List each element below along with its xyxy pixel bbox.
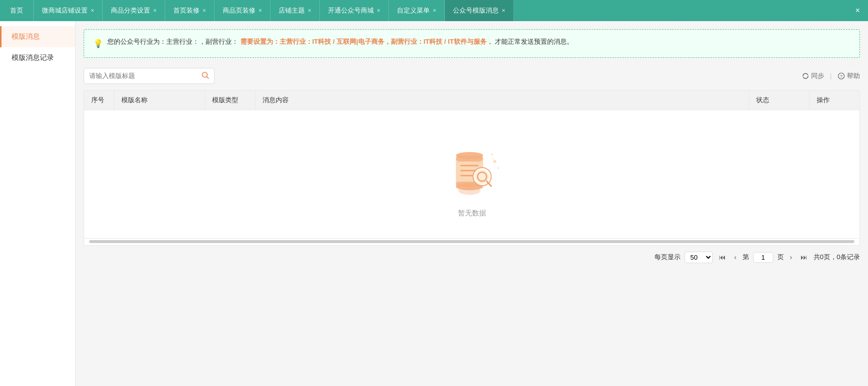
- tab-wechat-shop[interactable]: 微商城店铺设置 ×: [34, 0, 103, 21]
- tab-open-mall[interactable]: 开通公众号商城 ×: [320, 0, 389, 21]
- notice-text: 您的公众号行业为：主营行业：，副营行业： 需要设置为：主营行业：IT科技 / 互…: [107, 37, 573, 47]
- notice-text-after: 才能正常发送预置的消息。: [495, 38, 573, 45]
- main-layout: 模版消息 模版消息记录 💡 您的公众号行业为：主营行业：，副营行业： 需要设置为…: [0, 21, 868, 386]
- tab-product-category[interactable]: 商品分类设置 ×: [103, 0, 165, 21]
- toolbar-divider: |: [830, 72, 832, 80]
- last-page-btn[interactable]: ⏭: [798, 252, 810, 262]
- sidebar-item-template-record[interactable]: 模版消息记录: [0, 47, 75, 68]
- svg-point-18: [491, 153, 493, 156]
- tab-product-category-label: 商品分类设置: [111, 6, 150, 15]
- tab-home-decor[interactable]: 首页装修 ×: [165, 0, 215, 21]
- tab-wechat-shop-label: 微商城店铺设置: [42, 6, 88, 15]
- toolbar-right: 同步 | ? 帮助: [802, 71, 860, 81]
- tab-product-decor-close[interactable]: ×: [258, 7, 262, 14]
- col-header-status: 状态: [749, 90, 810, 110]
- search-input[interactable]: [89, 72, 202, 80]
- tab-product-category-close[interactable]: ×: [153, 7, 157, 14]
- svg-point-19: [497, 167, 499, 169]
- svg-point-8: [456, 152, 483, 159]
- notice-box: 💡 您的公众号行业为：主营行业：，副营行业： 需要设置为：主营行业：IT科技 /…: [84, 29, 860, 58]
- tab-wechat-shop-close[interactable]: ×: [91, 7, 94, 14]
- page-size-label: 每页显示: [654, 253, 681, 262]
- help-button[interactable]: ? 帮助: [838, 71, 860, 81]
- help-icon: ?: [838, 72, 845, 80]
- svg-line-1: [207, 76, 209, 79]
- sync-icon: [802, 72, 809, 80]
- empty-text: 暂无数据: [84, 209, 859, 218]
- col-header-type: 模版类型: [205, 90, 255, 110]
- tab-open-mall-close[interactable]: ×: [377, 7, 380, 14]
- tab-template-msg[interactable]: 公众号模版消息 ×: [445, 0, 514, 21]
- tab-shop-theme[interactable]: 店铺主题 ×: [271, 0, 320, 21]
- content-area: 💡 您的公众号行业为：主营行业：，副营行业： 需要设置为：主营行业：IT科技 /…: [76, 21, 868, 386]
- tab-shop-theme-label: 店铺主题: [279, 6, 305, 15]
- sidebar: 模版消息 模版消息记录: [0, 21, 76, 386]
- sidebar-item-template-msg[interactable]: 模版消息: [0, 26, 75, 47]
- data-table: 序号 模版名称 模版类型 消息内容 状态 操作: [84, 90, 860, 110]
- page-label-before: 第: [743, 253, 749, 262]
- tab-open-mall-label: 开通公众号商城: [328, 6, 374, 15]
- scrollbar-track[interactable]: [89, 240, 854, 243]
- col-header-index: 序号: [84, 90, 114, 110]
- empty-illustration: [442, 140, 502, 201]
- tab-home-label: 首页: [10, 6, 23, 15]
- tab-home-decor-close[interactable]: ×: [203, 7, 206, 14]
- tab-custom-menu[interactable]: 自定义菜单 ×: [389, 0, 445, 21]
- tab-home[interactable]: 首页: [0, 0, 34, 21]
- page-label-after: 页: [777, 253, 784, 262]
- tab-product-decor-label: 商品页装修: [223, 6, 255, 15]
- col-header-action: 操作: [810, 90, 860, 110]
- notice-icon: 💡: [93, 37, 103, 50]
- scrollbar-row[interactable]: [84, 239, 860, 246]
- prev-page-btn[interactable]: ‹: [732, 252, 739, 262]
- tab-custom-menu-label: 自定义菜单: [397, 6, 430, 15]
- sync-button[interactable]: 同步: [802, 71, 824, 81]
- tab-shop-theme-close[interactable]: ×: [308, 7, 311, 14]
- page-number-input[interactable]: [753, 252, 773, 263]
- search-input-wrap: [84, 68, 215, 84]
- tab-home-decor-label: 首页装修: [173, 6, 199, 15]
- notice-highlight: 需要设置为：主营行业：IT科技 / 互联网|电子商务，副营行业：IT科技 / I…: [240, 38, 493, 45]
- first-page-btn[interactable]: ⏮: [717, 252, 728, 262]
- tab-bar: 首页 微商城店铺设置 × 商品分类设置 × 首页装修 × 商品页装修 × 店铺主…: [0, 0, 868, 21]
- help-label: 帮助: [847, 71, 860, 81]
- global-close-btn[interactable]: ×: [847, 0, 868, 21]
- sync-label: 同步: [811, 71, 824, 81]
- search-button[interactable]: [202, 71, 209, 81]
- tab-template-msg-close[interactable]: ×: [502, 7, 505, 14]
- svg-text:?: ?: [840, 74, 843, 79]
- sidebar-item-template-record-label: 模版消息记录: [12, 53, 54, 61]
- next-page-btn[interactable]: ›: [788, 252, 794, 262]
- col-header-content: 消息内容: [255, 90, 749, 110]
- tab-product-decor[interactable]: 商品页装修 ×: [215, 0, 271, 21]
- tab-template-msg-label: 公众号模版消息: [453, 6, 499, 15]
- sidebar-item-template-msg-label: 模版消息: [12, 32, 40, 40]
- total-info: 共0页，0条记录: [814, 253, 860, 262]
- empty-state: 暂无数据: [84, 110, 860, 239]
- page-size-select[interactable]: 50 10 20 100: [685, 252, 713, 263]
- notice-text-before: 您的公众号行业为：主营行业：，副营行业：: [107, 38, 238, 45]
- pagination-row: 每页显示 50 10 20 100 ⏮ ‹ 第 页 › ⏭ 共0页，0条记录: [84, 246, 860, 265]
- search-row: 同步 | ? 帮助: [84, 68, 860, 84]
- col-header-name: 模版名称: [114, 90, 205, 110]
- tab-custom-menu-close[interactable]: ×: [433, 7, 436, 14]
- search-icon: [202, 71, 209, 79]
- table-header-row: 序号 模版名称 模版类型 消息内容 状态 操作: [84, 90, 860, 110]
